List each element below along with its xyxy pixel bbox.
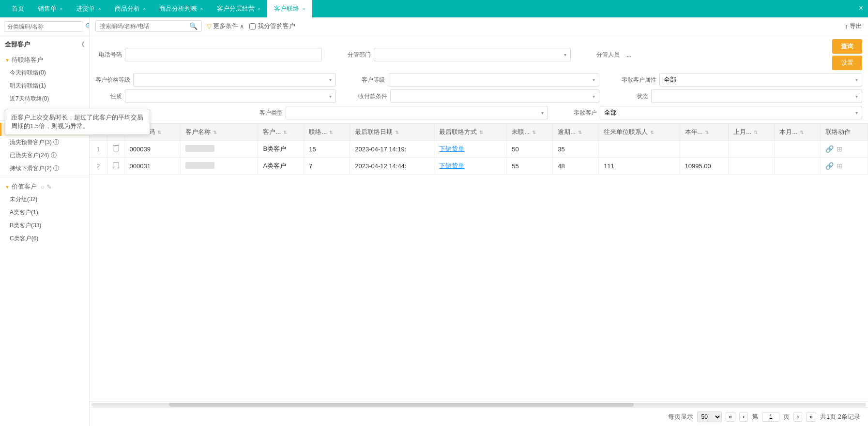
page-size-select[interactable]: 50 100 200	[697, 411, 722, 422]
sidebar-group-pending[interactable]: ▼ 待联络客户	[0, 53, 89, 66]
th-no-contact[interactable]: 未联... ⇅	[507, 124, 553, 141]
row-link-icon[interactable]: 🔗	[825, 145, 834, 153]
row-code: 000039	[124, 141, 180, 158]
row-last-method[interactable]: 下销货单	[434, 158, 507, 175]
close-contact-tab[interactable]: ×	[302, 6, 305, 12]
th-overdue[interactable]: 逾期... ⇅	[553, 124, 599, 141]
row-no-contact: 55	[507, 158, 553, 175]
row-this-month	[775, 158, 821, 175]
tab-customer-segment[interactable]: 客户分层经营 ×	[210, 0, 267, 17]
row-this-month	[775, 141, 821, 158]
price-level-arrow: ▾	[329, 77, 332, 83]
row-link-icon[interactable]: 🔗	[825, 162, 834, 170]
gender-arrow: ▾	[329, 94, 332, 99]
sidebar-search-icon[interactable]: 🔍	[85, 23, 90, 30]
th-last-method[interactable]: 最后联络方式 ⇅	[434, 124, 507, 141]
th-contacts[interactable]: 往来单位联系人 ⇅	[599, 124, 680, 141]
retail-customer-select[interactable]: 全部 ▾	[600, 106, 862, 119]
row-this-year: 10995.00	[680, 158, 729, 175]
my-customers-toggle[interactable]: 我分管的客户	[249, 22, 295, 30]
th-last-month[interactable]: 上月... ⇅	[729, 124, 775, 141]
tab-customer-contact[interactable]: 客户联络 ×	[267, 0, 312, 17]
last-page-button[interactable]: »	[806, 412, 816, 422]
first-page-button[interactable]: «	[726, 412, 736, 422]
row-grid-icon[interactable]: ⊞	[837, 145, 842, 153]
divider2	[0, 177, 89, 177]
sidebar-item-declining[interactable]: 持续下滑客户(2) ⓘ	[0, 162, 89, 175]
th-name[interactable]: 客户名称 ⇅	[180, 124, 258, 141]
settings-button[interactable]: 设置	[832, 56, 862, 70]
close-analysis-list-tab[interactable]: ×	[200, 6, 203, 12]
tab-analysis-list[interactable]: 商品分析列表 ×	[152, 0, 210, 17]
next-page-button[interactable]: ›	[793, 412, 802, 422]
customer-type-arrow: ▾	[541, 110, 544, 116]
close-purchase-tab[interactable]: ×	[98, 6, 101, 12]
th-contact-count[interactable]: 联络... ⇅	[304, 124, 350, 141]
tab-analysis[interactable]: 商品分析 ×	[108, 0, 152, 17]
sidebar-item-ungrouped[interactable]: 未分组(32)	[0, 193, 89, 206]
gender-select[interactable]: ▾	[125, 89, 336, 103]
price-level-field: 客户价格等级 ▾	[95, 73, 336, 87]
tab-purchase[interactable]: 进货单 ×	[69, 0, 107, 17]
filter-row-2: 客户价格等级 ▾ 客户等级 ▾ 零散客户属性	[95, 73, 862, 87]
row-code: 000031	[124, 158, 180, 175]
sidebar-item-churn-warning[interactable]: 流失预警客户(3) ⓘ	[0, 136, 89, 149]
th-last-date[interactable]: 最后联络日期 ⇅	[350, 124, 434, 141]
sidebar-item-7days[interactable]: 近7天待联络(0)	[0, 92, 89, 105]
retail-customer-field: 零散客户 全部 ▾	[570, 106, 862, 119]
tab-sales[interactable]: 销售单 ×	[31, 0, 69, 17]
close-segment-tab[interactable]: ×	[258, 6, 260, 12]
horizontal-scrollbar[interactable]	[90, 401, 868, 407]
collapse-icon[interactable]: 《	[78, 41, 84, 49]
export-button[interactable]: ↑ 导出	[845, 22, 863, 30]
tooltip-box: 距客户上次交易时长，超过了此客户的平均交易周期的1.5倍，则视为异常。	[5, 109, 90, 135]
current-page-input[interactable]	[762, 412, 779, 422]
sort-icon-method: ⇅	[479, 130, 483, 135]
main-search-icon[interactable]: 🔍	[189, 22, 198, 30]
row-last-date: 2023-04-17 14:19:	[350, 141, 434, 158]
price-level-select[interactable]: ▾	[133, 73, 336, 87]
phone-input[interactable]	[125, 48, 322, 61]
sidebar-item-a-class[interactable]: A类客户(1)	[0, 206, 89, 219]
sidebar-group-value: ▼ 价值客户 ○ ✎	[0, 179, 89, 193]
scrollbar-thumb[interactable]	[169, 403, 634, 407]
sidebar-item-tomorrow[interactable]: 明天待联络(1)	[0, 79, 89, 92]
row-last-method[interactable]: 下销货单	[434, 141, 507, 158]
prev-page-button[interactable]: ‹	[739, 412, 748, 422]
status-field: 状态 ▾	[622, 89, 862, 103]
close-analysis-tab[interactable]: ×	[143, 6, 146, 12]
th-this-month[interactable]: 本月... ⇅	[775, 124, 821, 141]
customer-level-select[interactable]: ▾	[388, 73, 599, 87]
phone-field: 电话号码	[95, 48, 322, 61]
my-customers-checkbox[interactable]	[249, 23, 256, 29]
query-button[interactable]: 查询	[832, 39, 862, 54]
all-customers-header[interactable]: 全部客户 《	[0, 36, 89, 53]
value-group-settings[interactable]: ✎	[46, 183, 52, 191]
main-search-input[interactable]	[100, 23, 189, 29]
payment-select[interactable]: ▾	[390, 89, 599, 103]
filter-icon: ▽	[207, 23, 212, 30]
row-checkbox[interactable]	[113, 145, 119, 151]
payment-field: 收付款条件 ▾	[358, 89, 599, 103]
customer-type-select[interactable]: ▾	[286, 106, 548, 119]
row-checkbox[interactable]	[113, 162, 119, 168]
sort-icon-level: ⇅	[283, 130, 287, 135]
close-window-icon[interactable]: ×	[859, 4, 863, 13]
th-this-year[interactable]: 本年... ⇅	[680, 124, 729, 141]
retail-attr-select[interactable]: 全部 ▾	[659, 73, 862, 87]
dept-select[interactable]: ▾	[374, 48, 571, 61]
close-sales-tab[interactable]: ×	[60, 6, 62, 12]
status-select[interactable]: ▾	[651, 89, 862, 103]
sidebar-item-churned[interactable]: 已流失客户(24) ⓘ	[0, 149, 89, 162]
sidebar-item-c-class[interactable]: C类客户(6)	[0, 232, 89, 245]
value-group-edit[interactable]: ○	[41, 183, 45, 191]
tab-home[interactable]: 首页	[5, 0, 31, 17]
sidebar-search-input[interactable]	[4, 21, 83, 32]
more-conditions-btn[interactable]: ▽ 更多条件 ∧	[207, 22, 244, 30]
row-grid-icon[interactable]: ⊞	[837, 162, 842, 170]
sort-icon-overdue: ⇅	[578, 130, 582, 135]
sidebar-item-today[interactable]: 今天待联络(0)	[0, 66, 89, 79]
sidebar-item-b-class[interactable]: B类客户(33)	[0, 219, 89, 232]
manager-input[interactable]: ...	[623, 48, 820, 61]
th-level[interactable]: 客户... ⇅	[258, 124, 304, 141]
